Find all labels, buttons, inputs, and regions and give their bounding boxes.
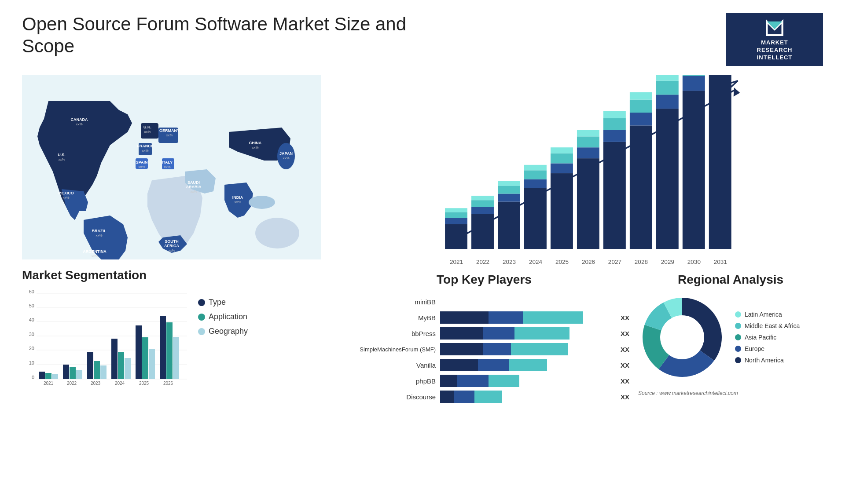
regional-legend-northam: North America — [735, 357, 800, 364]
svg-text:2024: 2024 — [115, 381, 125, 386]
regional-label-asiapac: Asia Pacific — [745, 334, 776, 341]
svg-rect-78 — [166, 322, 173, 379]
player-xx-bbpress: XX — [621, 330, 629, 337]
logo: MARKETRESEARCHINTELLECT — [726, 13, 823, 66]
svg-text:SPAIN: SPAIN — [136, 160, 148, 164]
svg-text:2022: 2022 — [67, 381, 77, 386]
player-row-phpbb: phpBB XX — [339, 375, 629, 387]
svg-rect-61 — [63, 365, 69, 379]
page-container: Open Source Forum Software Market Size a… — [0, 0, 845, 504]
svg-point-9 — [249, 196, 275, 209]
segmentation-section: Market Segmentation 0 10 20 30 40 50 60 — [22, 268, 330, 482]
svg-text:U.K.: U.K. — [143, 125, 151, 129]
player-bar-seg2 — [478, 359, 509, 371]
player-bar-seg3 — [474, 391, 502, 403]
svg-rect-116 — [551, 173, 573, 249]
svg-text:ARABIA: ARABIA — [186, 185, 202, 189]
svg-rect-99 — [445, 208, 467, 212]
player-name-bbpress: bbPress — [339, 330, 436, 337]
svg-text:2027: 2027 — [608, 259, 621, 264]
player-bar-discourse — [440, 391, 613, 403]
svg-text:2021: 2021 — [44, 381, 54, 386]
svg-rect-146 — [709, 75, 731, 249]
svg-rect-123 — [577, 136, 599, 147]
segmentation-legend: Type Application Geography — [198, 298, 248, 336]
regional-label-latin: Latin America — [745, 311, 782, 318]
svg-text:10: 10 — [29, 360, 34, 365]
regional-legend-europe: Europe — [735, 345, 800, 352]
logo-icon — [764, 18, 786, 37]
svg-text:2021: 2021 — [450, 259, 463, 264]
svg-rect-114 — [524, 165, 547, 170]
regional-label-europe: Europe — [745, 345, 764, 352]
svg-text:xx%: xx% — [190, 190, 197, 194]
svg-text:FRANCE: FRANCE — [137, 144, 154, 148]
player-bar-seg1 — [440, 327, 483, 340]
svg-text:AFRICA: AFRICA — [164, 244, 179, 248]
regional-donut-chart — [638, 293, 726, 381]
player-name-discourse: Discourse — [339, 393, 436, 401]
svg-text:50: 50 — [29, 303, 34, 308]
regional-section: Regional Analysis — [638, 268, 823, 482]
player-bar-vanilla — [440, 359, 613, 371]
growth-chart-svg: XX XX XX XX XX XX XX XX XX XX XX — [339, 75, 823, 264]
player-bar-seg2 — [483, 327, 514, 340]
regional-title: Regional Analysis — [638, 273, 823, 287]
growth-chart-section: XX XX XX XX XX XX XX XX XX XX XX — [339, 75, 823, 264]
svg-rect-139 — [656, 75, 679, 81]
svg-rect-73 — [136, 325, 142, 379]
svg-rect-104 — [471, 196, 494, 200]
svg-text:CHINA: CHINA — [249, 141, 262, 145]
player-bar-seg3 — [514, 327, 569, 340]
player-name-mybb: MyBB — [339, 314, 436, 321]
player-xx-discourse: XX — [621, 393, 629, 401]
regional-dot-europe — [735, 346, 741, 352]
player-bar-seg2 — [454, 391, 474, 403]
player-xx-vanilla: XX — [621, 362, 629, 369]
regional-legend-latin: Latin America — [735, 311, 800, 318]
svg-rect-66 — [94, 361, 100, 379]
legend-dot-type — [198, 299, 205, 306]
player-bar-seg1 — [440, 359, 478, 371]
svg-text:BRAZIL: BRAZIL — [92, 229, 107, 233]
player-bar-seg2 — [483, 343, 511, 355]
svg-text:2030: 2030 — [687, 259, 701, 264]
svg-point-155 — [661, 316, 703, 358]
regional-legend-asiapac: Asia Pacific — [735, 334, 800, 341]
svg-rect-121 — [577, 158, 599, 249]
svg-rect-132 — [630, 113, 652, 125]
svg-text:2026: 2026 — [163, 381, 173, 386]
svg-text:2025: 2025 — [555, 259, 569, 264]
svg-rect-109 — [498, 181, 520, 186]
player-name-minibb: miniBB — [339, 298, 436, 306]
svg-text:xx%: xx% — [96, 234, 102, 237]
key-players-section: Top Key Players miniBB MyBB — [339, 268, 629, 482]
svg-rect-70 — [118, 352, 124, 379]
map-svg: CANADA xx% U.S. xx% MEXICO xx% BRAZIL xx… — [22, 75, 321, 259]
svg-text:CANADA: CANADA — [71, 117, 88, 122]
player-xx-smf: XX — [621, 346, 629, 353]
page-title: Open Source Forum Software Market Size a… — [22, 13, 418, 58]
svg-point-10 — [255, 218, 299, 248]
svg-rect-117 — [551, 163, 573, 173]
svg-rect-67 — [100, 365, 107, 379]
legend-application: Application — [198, 312, 248, 321]
segmentation-title: Market Segmentation — [22, 268, 330, 282]
player-row-minibb: miniBB — [339, 296, 629, 308]
svg-text:2025: 2025 — [139, 381, 149, 386]
svg-rect-69 — [111, 339, 118, 379]
player-bar-seg2 — [457, 375, 489, 387]
svg-rect-138 — [656, 81, 679, 95]
svg-rect-63 — [76, 370, 82, 379]
svg-rect-112 — [524, 179, 547, 188]
segmentation-chart: 0 10 20 30 40 50 60 — [22, 289, 189, 386]
svg-text:2031: 2031 — [714, 259, 727, 264]
svg-rect-137 — [656, 95, 679, 109]
player-bar-smf — [440, 343, 613, 355]
player-bar-bbpress — [440, 327, 613, 340]
player-bar-seg1 — [440, 375, 457, 387]
svg-rect-118 — [551, 153, 573, 164]
player-bar-seg1 — [440, 391, 454, 403]
svg-text:ITALY: ITALY — [162, 160, 173, 164]
svg-rect-127 — [603, 130, 626, 142]
